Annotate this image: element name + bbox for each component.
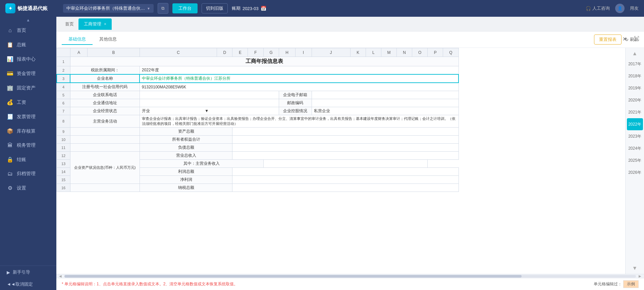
sidebar-label-reports: 报表中心 (17, 56, 36, 62)
sidebar-item-reports[interactable]: 📊 报表中心 (0, 52, 56, 66)
spreadsheet[interactable]: A B C D E F G H I J K L (56, 48, 625, 274)
year-item-2025[interactable]: 2025年 (627, 154, 643, 166)
newbie-icon: ▶ (7, 270, 10, 275)
reg-value-cell[interactable]: 91320100MA208E5W6K (140, 83, 459, 91)
tab-basic-info[interactable]: 基础信息 (62, 34, 93, 45)
sidebar-item-inventory[interactable]: 📦 库存核算 (0, 124, 56, 138)
year-item-2023[interactable]: 2023年 (627, 130, 643, 142)
table-row: 5 企业联系电话 企业电子邮箱 (57, 91, 459, 99)
total-assets-value[interactable] (232, 128, 459, 136)
period-label-cell: 税款所属期间： (70, 66, 140, 75)
company-label-cell: 企业名称 (70, 74, 140, 83)
table-row: 8 主营业务活动 审查企业会计报表；出具审计报告；验证企业资本；出具验资报告；办… (57, 115, 459, 128)
tax-icon: 🏛 (7, 142, 13, 148)
col-header-n: N (396, 48, 412, 57)
status-value-cell[interactable]: 开业 ▼ (140, 107, 279, 115)
sidebar-item-tax[interactable]: 🏛 税务管理 (0, 138, 56, 152)
row-num-6: 6 (57, 99, 70, 107)
sidebar-item-assets[interactable]: 🏢 固定资产 (0, 81, 56, 95)
invoice-icon: 🧾 (7, 114, 13, 120)
table-row: 12 企业资产状况信息(币种：人民币万元) 营业总收入 (57, 152, 459, 160)
address-value-cell[interactable] (140, 99, 279, 107)
business-value-cell[interactable]: 审查企业会计报表；出具审计报告；验证企业资本；出具验资报告；办理企业合开、分立、… (140, 115, 459, 128)
calendar-icon[interactable]: 📅 (261, 6, 266, 11)
col-header-i: I (295, 48, 312, 57)
scroll-thumb[interactable] (64, 275, 522, 278)
row-num-7: 7 (57, 107, 70, 115)
sidebar-item-payroll[interactable]: 💰 工资 (0, 95, 56, 110)
email-value-cell[interactable] (312, 91, 459, 99)
year-scroll-down-button[interactable]: ▼ (631, 264, 639, 273)
sidebar-item-archive[interactable]: 🗂 归档管理 (0, 167, 56, 181)
sidebar-item-invoice[interactable]: 🧾 发票管理 (0, 110, 56, 124)
table-row: 4 注册号/统一社会信用代码 91320100MA208E5W6K (57, 83, 459, 91)
sidebar: ▲ ⌂ 首页 📋 总账 📊 报表中心 💳 资金管理 🏢 固定资产 💰 工资 🧾 … (0, 17, 56, 290)
avatar: 👤 (615, 4, 625, 13)
col-header-p: P (428, 48, 443, 57)
tab-gongshang-label: 工商管理 (84, 21, 101, 27)
company-selector[interactable]: 中审众环会计师事务所（特殊普通合伙… ▼ (63, 4, 154, 13)
email-label-cell: 企业电子邮箱 (279, 91, 312, 99)
profit-total-value[interactable] (232, 168, 459, 176)
assets-icon: 🏢 (7, 85, 13, 91)
close-window-button[interactable]: ✕ (620, 34, 629, 44)
copy-button[interactable]: ⧉ (158, 3, 168, 14)
app-logo: ✦ 畅捷通易代账 (5, 3, 59, 13)
newbie-guide-button[interactable]: ▶ 新手引导 (0, 266, 56, 279)
liab-value[interactable] (232, 144, 459, 152)
sheet-title-cell[interactable]: 工商年报信息表 (70, 57, 459, 66)
reset-report-button[interactable]: 重置报表 (594, 34, 622, 45)
scroll-track[interactable] (64, 275, 636, 278)
col-header-m: M (381, 48, 396, 57)
company-value-cell[interactable]: 中审众环会计师事务所（特殊普通合伙）江苏分所 (140, 74, 459, 83)
tax-total-value[interactable] (232, 184, 459, 192)
sidebar-item-ledger[interactable]: 📋 总账 (0, 38, 56, 52)
workbench-button[interactable]: 工作台 (172, 3, 198, 13)
year-scroll-up-button[interactable]: ▲ (631, 49, 639, 58)
old-version-button[interactable]: 切到旧版 (202, 3, 228, 13)
row-num-12: 12 (57, 152, 70, 160)
scroll-left-button[interactable]: ◀ (58, 274, 63, 278)
year-item-2026[interactable]: 2026年 (627, 166, 643, 178)
horizontal-scrollbar[interactable]: ◀ ▶ (56, 274, 644, 278)
net-profit-value[interactable] (232, 176, 459, 184)
support-button[interactable]: 🎧 人工咨询 (586, 5, 610, 11)
finance-icon: 💳 (7, 70, 13, 77)
year-item-2024[interactable]: 2024年 (627, 142, 643, 154)
postal-value-cell[interactable] (312, 99, 459, 107)
pin-button[interactable]: ◄◄取消固定 (0, 279, 56, 290)
tab-other-info[interactable]: 其他信息 (93, 34, 123, 45)
sidebar-item-finance[interactable]: 💳 资金管理 (0, 66, 56, 81)
year-item-2017[interactable]: 2017年 (627, 58, 643, 70)
scroll-right-button[interactable]: ▶ (637, 274, 643, 278)
sidebar-scroll-up[interactable]: ▲ (0, 17, 56, 23)
year-item-2022[interactable]: 2022年 (627, 118, 643, 130)
address-label-cell: 企业通信地址 (70, 99, 140, 107)
phone-value-cell[interactable] (140, 91, 279, 99)
logo-icon: ✦ (5, 3, 15, 13)
sidebar-item-closing[interactable]: 🔒 结账 (0, 152, 56, 167)
postal-label-cell: 邮政编码 (279, 99, 312, 107)
main-revenue-value[interactable] (263, 160, 428, 168)
table-row: 2 税款所属期间： 2022年度 (57, 66, 459, 75)
period-value-cell[interactable]: 2022年度 (140, 66, 459, 75)
expand-window-button[interactable]: ⛶ (632, 34, 641, 44)
tab-gongshang[interactable]: 工商管理 × (78, 18, 112, 30)
sidebar-item-home[interactable]: ⌂ 首页 (0, 23, 56, 38)
year-item-2021[interactable]: 2021年 (627, 106, 643, 118)
revenue-total-value[interactable] (232, 152, 459, 160)
table-row: 3 企业名称 中审众环会计师事务所（特殊普通合伙）江苏分所 (57, 74, 459, 83)
col-header-j: J (312, 48, 350, 57)
tab-home[interactable]: 首页 (62, 20, 77, 28)
table-row: 1 工商年报信息表 (57, 57, 459, 66)
tab-close-icon[interactable]: × (104, 22, 106, 26)
year-item-2020[interactable]: 2020年 (627, 94, 643, 106)
year-item-2019[interactable]: 2019年 (627, 82, 643, 94)
year-item-2018[interactable]: 2018年 (627, 70, 643, 82)
sidebar-item-settings[interactable]: ⚙ 设置 (0, 181, 56, 195)
corner-cell (57, 48, 70, 57)
sidebar-label-finance: 资金管理 (17, 71, 36, 77)
holding-value-cell[interactable]: 私营企业 (312, 107, 459, 115)
col-header-c: C (140, 48, 217, 57)
equity-value[interactable] (232, 136, 459, 144)
